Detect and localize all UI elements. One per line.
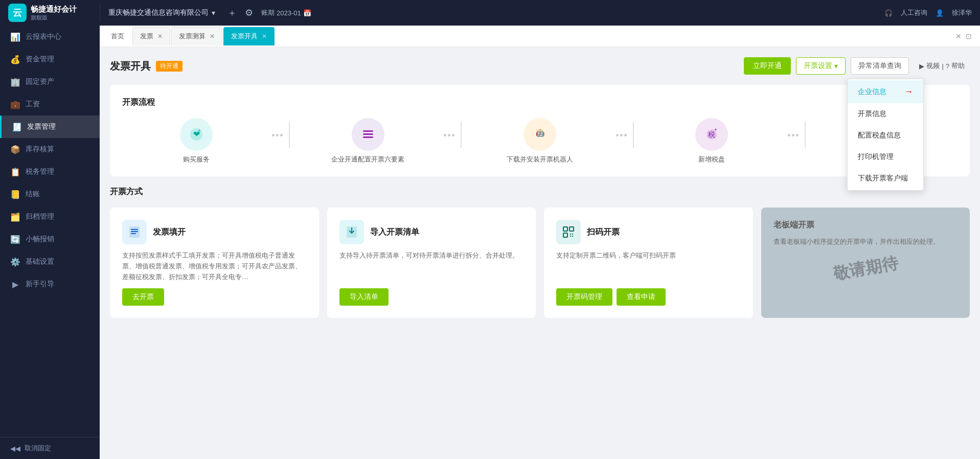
svg-rect-23	[572, 234, 573, 235]
page-title-area: 发票开具 待开通	[110, 59, 183, 73]
settings-dropdown-button[interactable]: 开票设置 ▾	[796, 57, 846, 75]
tab-invoice-calc-label: 发票测算	[179, 32, 206, 41]
calendar-icon[interactable]: 📅	[303, 9, 311, 17]
inventory-icon: 📦	[10, 144, 20, 154]
boss-invoice-title: 老板端开票	[773, 220, 814, 231]
sidebar-item-invoice[interactable]: 🧾 发票管理	[0, 116, 100, 138]
header-actions: 立即开通 开票设置 ▾ 异常清单查询 ▶ 视频 | ? 帮助	[744, 57, 970, 75]
sidebar-cancel-btn[interactable]: ◀◀ 取消固定	[0, 438, 100, 459]
methods-section-title: 开票方式	[110, 187, 970, 197]
flow-section: 开票流程 ❤+ 购买服务	[110, 85, 970, 176]
scan-qr-mgmt-btn[interactable]: 开票码管理	[556, 288, 612, 306]
connector-3	[614, 134, 629, 136]
svg-rect-22	[570, 234, 571, 235]
app-container: 云 畅捷通好会计 旗舰版 重庆畅捷交通信息咨询有限公司 ▾ ＋ ⚙ 账期 202…	[0, 0, 980, 459]
sidebar-item-accounting[interactable]: 📒 结账	[0, 183, 100, 205]
user-name: 徐泽华	[952, 8, 972, 17]
cloud-report-icon: 📊	[10, 32, 20, 42]
svg-text:+: +	[198, 128, 201, 133]
tax-icon: 📋	[10, 167, 20, 177]
fill-invoice-btn[interactable]: 去开票	[122, 288, 164, 306]
dropdown-company-info-label: 企业信息	[858, 87, 886, 97]
buy-service-label: 购买服务	[183, 155, 210, 164]
dropdown-item-printer[interactable]: 打印机管理	[848, 146, 923, 168]
sidebar-item-fixed-assets[interactable]: 🏢 固定资产	[0, 71, 100, 93]
dropdown-printer-label: 打印机管理	[858, 152, 894, 160]
tab-close-all-icon[interactable]: ✕	[955, 32, 962, 40]
dropdown-item-invoice-info[interactable]: 开票信息	[848, 103, 923, 125]
settings-dropdown-label: 开票设置	[804, 61, 832, 71]
sidebar-item-cloud-report[interactable]: 📊 云报表中心	[0, 26, 100, 48]
company-name: 重庆畅捷交通信息咨询有限公司	[108, 8, 209, 17]
video-help-button[interactable]: ▶ 视频 | ? 帮助	[914, 58, 970, 74]
exception-list-button[interactable]: 异常清单查询	[851, 57, 909, 75]
sidebar-label-inventory: 库存核算	[26, 145, 54, 154]
tab-invoice-label: 发票	[140, 32, 153, 41]
tab-actions: ✕ ⊡	[955, 32, 976, 40]
svg-rect-4	[363, 133, 373, 135]
sidebar-item-fund[interactable]: 💰 资金管理	[0, 48, 100, 71]
main-area: 📊 云报表中心 💰 资金管理 🏢 固定资产 💼 工资 🧾 发票管理 📦	[0, 26, 980, 459]
dropdown-item-tax-config[interactable]: 配置税盘信息	[848, 125, 923, 146]
play-icon: ▶	[919, 62, 924, 70]
user-avatar-icon: 👤	[936, 9, 944, 17]
buy-service-icon: ❤+	[180, 118, 213, 151]
page-content: 发票开具 待开通 立即开通 开票设置 ▾ 异常清单查询 ▶ 视频	[100, 47, 980, 459]
flow-divider-2	[461, 122, 462, 148]
activate-button[interactable]: 立即开通	[744, 57, 791, 75]
red-arrow-icon: →	[904, 86, 913, 97]
sidebar-label-tax: 税务管理	[26, 167, 54, 176]
tab-invoice-open[interactable]: 发票开具 ✕	[223, 27, 275, 45]
svg-rect-5	[363, 136, 373, 138]
tab-invoice[interactable]: 发票 ✕	[132, 27, 170, 45]
sidebar-item-inventory[interactable]: 📦 库存核算	[0, 138, 100, 160]
tab-invoice-close-icon[interactable]: ✕	[157, 33, 163, 40]
sidebar-item-tax[interactable]: 📋 税务管理	[0, 160, 100, 183]
flow-divider-3	[633, 122, 634, 148]
dropdown-item-download-client[interactable]: 下载开票客户端	[848, 168, 923, 189]
import-invoice-btn[interactable]: 导入清单	[339, 288, 389, 306]
sidebar-bottom: ◀◀ 取消固定	[0, 437, 100, 459]
svg-text:🤖: 🤖	[536, 129, 545, 137]
tab-invoice-calc[interactable]: 发票测算 ✕	[171, 27, 222, 45]
tab-invoice-calc-close-icon[interactable]: ✕	[210, 33, 215, 40]
sidebar-label-salary: 工资	[26, 100, 40, 109]
svg-rect-15	[131, 229, 138, 230]
status-badge: 待开通	[156, 61, 183, 72]
help-label: 帮助	[951, 61, 965, 71]
flow-step-download: 🤖 下载并安装开票机器人	[466, 118, 613, 164]
archive-icon: 🗂️	[10, 212, 20, 222]
headset-icon: 🎧	[884, 9, 893, 17]
sidebar-item-report-sales[interactable]: 🔄 小畅报销	[0, 228, 100, 250]
sidebar-item-salary[interactable]: 💼 工资	[0, 93, 100, 116]
cancel-fixed-icon: ◀◀	[10, 445, 20, 452]
topbar-right: 🎧 人工咨询 👤 徐泽华	[884, 8, 972, 17]
company-selector[interactable]: 重庆畅捷交通信息咨询有限公司 ▾	[108, 8, 215, 17]
method-card-boss: 老板端开票 查看老板端小程序提交的开票申请，并作出相应的处理。 敬请期待	[761, 208, 970, 318]
config-icon	[352, 118, 384, 151]
page-header: 发票开具 待开通 立即开通 开票设置 ▾ 异常清单查询 ▶ 视频	[110, 57, 970, 75]
boss-header: 老板端开票	[773, 220, 958, 231]
svg-rect-16	[131, 231, 138, 232]
dropdown-item-company-info[interactable]: 企业信息 →	[848, 80, 923, 103]
sidebar-item-archive[interactable]: 🗂️ 归档管理	[0, 205, 100, 228]
tab-invoice-open-close-icon[interactable]: ✕	[262, 33, 267, 40]
methods-section: 开票方式 发票填开 支持按照发票样式手工填开发票；可开具增值税电子普通发票、增值…	[110, 187, 970, 318]
settings-sidebar-icon: ⚙️	[10, 257, 20, 267]
salary-icon: 💼	[10, 99, 20, 109]
dropdown-arrow-icon: ▾	[212, 9, 215, 17]
add-button[interactable]: ＋	[227, 7, 237, 19]
dropdown-tax-config-label: 配置税盘信息	[858, 131, 901, 139]
sidebar-item-guide[interactable]: ▶ 新手引导	[0, 273, 100, 295]
tab-home[interactable]: 首页	[104, 27, 131, 45]
sidebar-label-guide: 新手引导	[26, 280, 54, 289]
top-bar: 云 畅捷通好会计 旗舰版 重庆畅捷交通信息咨询有限公司 ▾ ＋ ⚙ 账期 202…	[0, 0, 980, 26]
settings-icon[interactable]: ⚙	[245, 7, 253, 18]
sidebar-item-settings[interactable]: ⚙️ 基础设置	[0, 250, 100, 273]
dropdown-invoice-info-label: 开票信息	[858, 109, 886, 118]
tab-maximize-icon[interactable]: ⊡	[966, 32, 972, 40]
flow-steps: ❤+ 购买服务 企业开通配置开票六要素	[122, 118, 958, 164]
scan-view-apply-btn[interactable]: 查看申请	[617, 288, 666, 306]
consult-label[interactable]: 人工咨询	[901, 8, 927, 17]
import-header: 导入开票清单	[339, 220, 524, 244]
